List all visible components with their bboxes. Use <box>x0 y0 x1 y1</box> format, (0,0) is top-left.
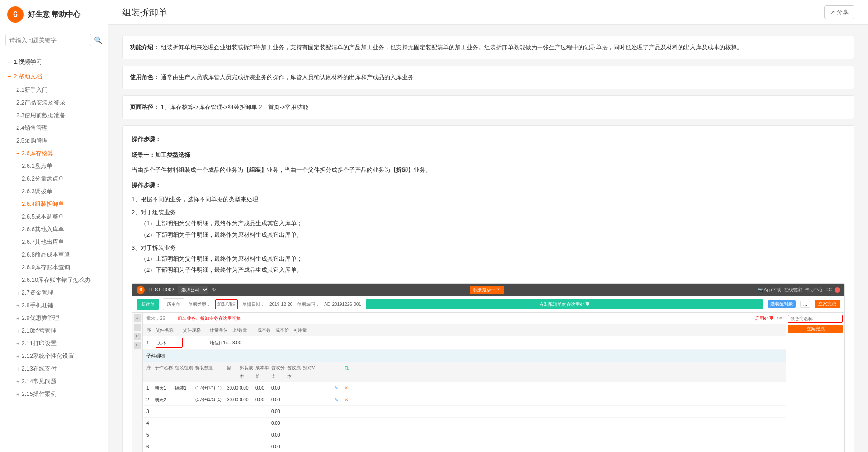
sidebar-item-s2-6-4[interactable]: 2.6.4组装拆卸单 <box>0 198 108 210</box>
app-logo: 6 <box>7 6 24 23</box>
sidebar-item-s2-8[interactable]: +2.8手机旺铺 <box>0 299 108 312</box>
mock-app: 6 TEST-H002 选择公司 ↻ 我要建议一下 📷 App下载 在线管家 帮… <box>132 284 844 452</box>
mock-body: ≡ + ↩ ⊕ 批次：26 组装业务、拆卸业务在这里切换 <box>132 313 844 452</box>
sidebar-item-s2-7[interactable]: +2.7资金管理 <box>0 286 108 299</box>
sidebar-item-s2-2[interactable]: 2.2产品安装及登录 <box>0 96 108 109</box>
scene-title: 场景一：加工类型选择 <box>132 150 845 161</box>
sidebar-item-s2-6-10[interactable]: 2.6.10库存账本错了怎么办 <box>0 274 108 286</box>
mock-green-annotation: 有装配清单的在这里处理 <box>366 299 763 309</box>
mock-more-btn[interactable]: ... <box>800 301 810 308</box>
mock-strip-icon-3[interactable]: ↩ <box>134 333 141 340</box>
sidebar-item-s2-14[interactable]: +2.14常见问题 <box>0 375 108 388</box>
sidebar-item-s2-6-5[interactable]: 2.6.5成本调整单 <box>0 210 108 223</box>
sidebar-item-s2-6-2[interactable]: 2.6.2分量盘点单 <box>0 172 108 185</box>
mock-date-value: 2019-12-26 <box>269 300 292 309</box>
mock-strip-icon-2[interactable]: + <box>134 324 141 331</box>
sidebar-item-s2[interactable]: − 2.帮助文档 <box>0 69 108 84</box>
scene-desc: 当由多个子件材料组装成一个成品的业务为【组装】业务，当由一个父件拆分成多个子产品… <box>132 165 845 176</box>
sidebar-item-s2-6-3[interactable]: 2.6.3调拨单 <box>0 185 108 198</box>
sidebar-nav: + 1.视频学习 − 2.帮助文档 2.1新手入门 2.2产品安装及登录 2.3… <box>0 51 108 452</box>
mock-table2-row-1: 1朝天1组装1 (1-A)+(1/2)-(1) 30.000.000.000.0… <box>143 382 786 394</box>
main-area: 组装拆卸单 ↗ 分享 功能介绍： 组装拆卸单用来处理企业组装或拆卸等加工业务，支… <box>108 0 868 452</box>
sidebar-item-s2-6-8[interactable]: 2.6.8商品成本重算 <box>0 248 108 261</box>
page-title: 组装拆卸单 <box>122 6 167 19</box>
path-label: 页面路径： <box>130 104 159 110</box>
mock-type-value[interactable]: 组装明细 <box>215 299 238 309</box>
sidebar-item-s2-9[interactable]: +2.9优惠券管理 <box>0 312 108 324</box>
sidebar-item-s2-6[interactable]: −2.6库存核算 <box>0 147 108 160</box>
mock-switch-annotation: 组装业务、拆卸业务在这里切换 <box>178 314 241 323</box>
th-available: 可用量 <box>293 326 311 334</box>
app-download-link[interactable]: 📷 App下载 <box>758 285 781 294</box>
td2-grp-1: 组装1 <box>175 384 195 392</box>
th-fill2 <box>334 326 343 334</box>
step-2-2: （2）下部明细为子件明细，最终作为原材料生成其它出库单。 <box>132 229 845 241</box>
sidebar-item-label-s2: 2.帮助文档 <box>14 72 42 81</box>
sidebar: 6 好生意 帮助中心 🔍 + 1.视频学习 − 2.帮助文档 2.1新手入门 2… <box>0 0 108 452</box>
sidebar-item-s2-4[interactable]: 2.4销售管理 <box>0 122 108 134</box>
mock-date-label: 单据日期： <box>242 300 265 309</box>
sidebar-header: 6 好生意 帮助中心 <box>0 0 108 29</box>
td-seq1: 1 <box>146 338 156 347</box>
mock-code-label: 单据编码： <box>297 300 320 309</box>
td2-edit-2[interactable]: ✎ <box>335 395 344 404</box>
sidebar-item-s2-3[interactable]: 2.3使用前数据准备 <box>0 109 108 122</box>
mock-content: 批次：26 组装业务、拆卸业务在这里切换 启用处理 On 序 父件名称 父件规格 <box>143 313 786 452</box>
mock-save-btn[interactable]: 立案完成 <box>815 300 840 308</box>
sidebar-item-s1[interactable]: + 1.视频学习 <box>0 55 108 69</box>
mock-right-panel: 立案完成 <box>786 313 844 452</box>
sidebar-item-s2-6-7[interactable]: 2.6.7其他出库单 <box>0 236 108 248</box>
td2-edit-1[interactable]: ✎ <box>335 384 344 392</box>
th2-child-name: 子件名称 <box>155 363 175 381</box>
help-center-link[interactable]: 帮助中心 <box>805 285 823 294</box>
sidebar-item-s2-13[interactable]: +2.13在线支付 <box>0 362 108 375</box>
sidebar-item-s2-15[interactable]: +2.15操作案例 <box>0 388 108 400</box>
mock-tab-new[interactable]: 新建单 <box>137 299 159 310</box>
mock-titlebar: 6 TEST-H002 选择公司 ↻ 我要建议一下 📷 App下载 在线管家 帮… <box>132 284 844 296</box>
mock-strip-icon-1[interactable]: ≡ <box>134 314 141 322</box>
sidebar-item-s2-11[interactable]: +2.11打印设置 <box>0 337 108 350</box>
feature-intro-box: 功能介绍： 组装拆卸单用来处理企业组装或拆卸等加工业务，支持有固定装配清单的产品… <box>122 36 854 59</box>
th2-f2 <box>335 363 344 381</box>
sidebar-item-s2-1[interactable]: 2.1新手入门 <box>0 84 108 96</box>
sidebar-item-s2-10[interactable]: +2.10经营管理 <box>0 324 108 337</box>
step-1: 1、根据不同的业务，选择不同单据的类型来处理 <box>132 194 845 205</box>
mock-company-select[interactable]: 选择公司 <box>178 286 208 294</box>
mock-type-label: 单据类型： <box>188 300 211 309</box>
sidebar-item-s2-5[interactable]: 2.5采购管理 <box>0 134 108 147</box>
mock-suggest-btn[interactable]: 我要建议一下 <box>470 286 504 294</box>
refresh-icon[interactable]: ↻ <box>212 285 216 295</box>
th2-alt: 别对V <box>303 363 319 381</box>
th2-qty: 拆装数量 <box>195 363 227 381</box>
sidebar-item-s2-6-9[interactable]: 2.6.9库存账本查询 <box>0 261 108 274</box>
sidebar-item-s2-6-1[interactable]: 2.6.1盘点单 <box>0 160 108 172</box>
th2-seq: 序 <box>146 363 155 381</box>
sidebar-item-s2-6-6[interactable]: 2.6.6其他入库单 <box>0 223 108 236</box>
step-2-1: （1）上部明细为父件明细，最终作为产成品生成其它入库单； <box>132 218 845 229</box>
mock-tab-history[interactable]: 历史单 <box>163 298 184 310</box>
mock-table1-header: 序 父件名称 父件规格 计量单位 上/数量 成本数 成本价 可用量 <box>143 324 786 336</box>
th2-sub: 副 <box>227 363 240 381</box>
window-close-btn[interactable] <box>835 287 840 293</box>
mock-confirm-btn[interactable]: 立案完成 <box>788 325 843 333</box>
cc-link[interactable]: CC <box>826 285 832 294</box>
td2-del-1[interactable]: ✕ <box>344 384 354 392</box>
search-input[interactable] <box>5 34 91 46</box>
mock-select-btn[interactable]: 选装配对象 <box>768 300 796 308</box>
search-icon[interactable]: 🔍 <box>94 36 103 44</box>
online-manager-link[interactable]: 在线管家 <box>784 285 802 294</box>
td-parent-name-1: 关木 <box>156 338 183 348</box>
steps-content: 操作步骤： 场景一：加工类型选择 当由多个子件材料组装成一个成品的业务为【组装】… <box>122 125 854 452</box>
mock-titlebar-left: 6 TEST-H002 选择公司 ↻ <box>137 285 216 295</box>
mock-supplier-input[interactable] <box>788 315 843 323</box>
sidebar-item-s2-12[interactable]: +2.12系统个性化设置 <box>0 350 108 362</box>
th2-cost: 拆装成本 <box>240 363 255 381</box>
mock-doc-toolbar: 新建单 历史单 单据类型： 组装明细 单据日期： 2019-12-26 单据编码… <box>132 296 844 313</box>
td2-del-2[interactable]: ✕ <box>344 395 354 404</box>
feature-text: 组装拆卸单用来处理企业组装或拆卸等加工业务，支持有固定装配清单的产品加工业务，也… <box>161 44 743 51</box>
mock-enable-annotation: 启用处理 <box>755 314 773 323</box>
mock-table2-row-2: 2朝天2 (1-A)+(1/2)-(1) 30.000.000.000.00 ✎… <box>143 394 786 406</box>
operations-title: 操作步骤： <box>132 134 845 145</box>
share-button[interactable]: ↗ 分享 <box>824 5 854 19</box>
mock-strip-icon-4[interactable]: ⊕ <box>134 342 141 349</box>
